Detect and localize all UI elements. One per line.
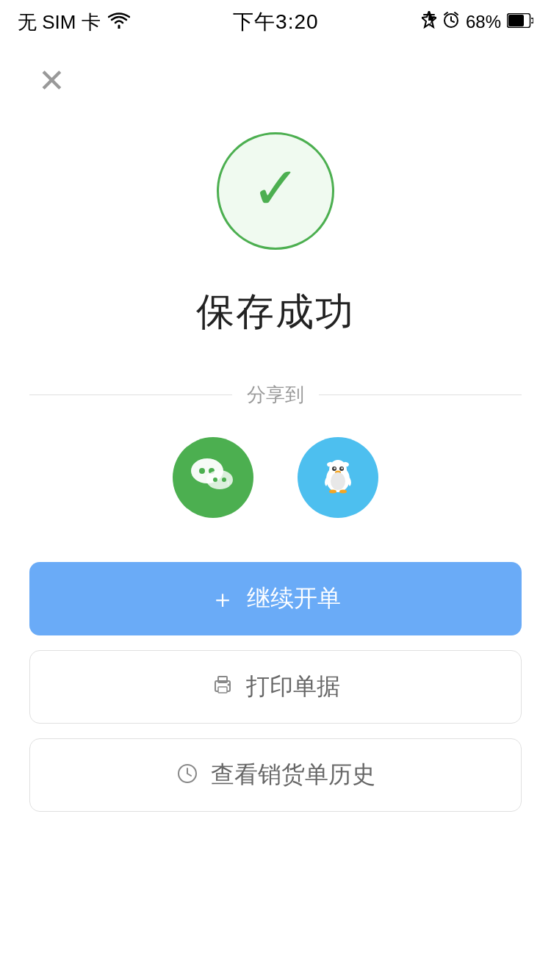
clock-icon xyxy=(176,762,199,789)
close-button[interactable]: ✕ xyxy=(29,59,73,103)
status-time: 下午3:20 xyxy=(233,8,319,36)
action-buttons: ＋ 继续开单 打印单据 查看销货单历史 xyxy=(29,562,522,812)
sim-text: 无 SIM 卡 xyxy=(18,10,101,35)
svg-rect-22 xyxy=(218,687,227,693)
continue-button-label: 继续开单 xyxy=(247,583,341,615)
alarm-icon xyxy=(442,11,460,33)
svg-point-24 xyxy=(228,683,230,685)
history-button[interactable]: 查看销货单历史 xyxy=(29,738,522,812)
svg-point-13 xyxy=(334,467,335,469)
plus-icon: ＋ xyxy=(210,586,235,611)
svg-point-14 xyxy=(341,467,342,469)
share-label: 分享到 xyxy=(247,382,304,408)
share-section: 分享到 xyxy=(29,382,522,518)
share-divider: 分享到 xyxy=(29,382,522,408)
wifi-icon xyxy=(108,11,130,34)
success-icon-circle: ✓ xyxy=(217,132,334,250)
close-icon: ✕ xyxy=(38,65,65,97)
history-button-label: 查看销货单历史 xyxy=(211,759,375,791)
svg-point-17 xyxy=(329,490,336,494)
svg-point-18 xyxy=(339,490,347,494)
success-title: 保存成功 xyxy=(196,287,355,338)
continue-button[interactable]: ＋ 继续开单 xyxy=(29,562,522,635)
close-button-wrap: ✕ xyxy=(29,59,522,103)
status-right: 68% xyxy=(422,11,533,33)
svg-rect-2 xyxy=(508,15,524,26)
svg-point-8 xyxy=(222,478,226,482)
divider-right xyxy=(319,394,522,395)
battery-percent: 68% xyxy=(466,12,501,32)
svg-point-7 xyxy=(213,478,217,482)
wechat-share-button[interactable] xyxy=(173,437,253,518)
main-content: ✕ ✓ 保存成功 分享到 xyxy=(0,44,551,980)
svg-point-6 xyxy=(206,470,233,489)
qq-icon xyxy=(316,455,360,500)
divider-left xyxy=(29,394,232,395)
share-icons xyxy=(29,437,522,518)
print-button[interactable]: 打印单据 xyxy=(29,650,522,724)
battery-icon xyxy=(507,12,533,32)
status-bar: 无 SIM 卡 下午3:20 xyxy=(0,0,551,44)
checkmark-icon: ✓ xyxy=(251,159,300,218)
location-icon xyxy=(422,11,436,33)
qq-share-button[interactable] xyxy=(298,437,378,518)
wechat-icon xyxy=(187,452,239,503)
svg-point-16 xyxy=(331,472,345,490)
print-button-label: 打印单据 xyxy=(246,671,340,703)
print-icon xyxy=(211,674,234,701)
status-left: 无 SIM 卡 xyxy=(18,10,130,35)
svg-point-4 xyxy=(199,468,205,474)
